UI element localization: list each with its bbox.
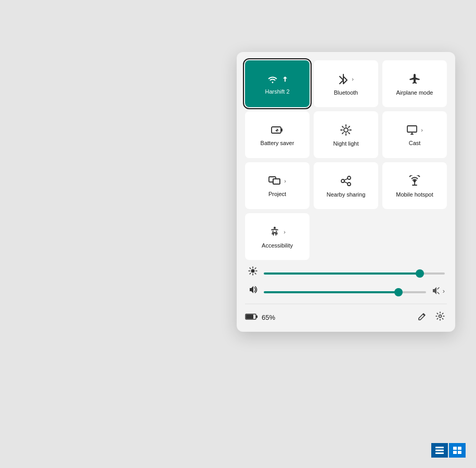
quick-panel: Harshift 2 › Bluetooth Airplane mode [237, 52, 455, 332]
battery-icon [245, 313, 259, 323]
project-chevron: › [284, 178, 286, 184]
svg-line-9 [342, 133, 343, 134]
accessibility-tile-label: Accessibility [262, 242, 293, 249]
svg-rect-1 [281, 128, 282, 132]
accessibility-tile-icon: › [269, 226, 286, 238]
svg-rect-40 [435, 450, 444, 451]
brightness-row [247, 266, 445, 278]
svg-rect-42 [453, 447, 457, 450]
svg-line-32 [255, 268, 256, 269]
svg-line-33 [438, 292, 439, 294]
wifi-tile[interactable]: Harshift 2 [245, 60, 310, 107]
svg-point-15 [348, 176, 351, 179]
volume-slider-container [264, 286, 426, 295]
brightness-slider[interactable] [264, 272, 445, 275]
svg-point-24 [251, 269, 255, 273]
svg-line-29 [250, 268, 251, 269]
svg-point-38 [439, 315, 442, 318]
svg-rect-43 [458, 447, 461, 450]
svg-rect-11 [407, 126, 417, 132]
volume-chevron-right[interactable]: › [443, 287, 445, 295]
edit-button[interactable] [416, 309, 429, 326]
svg-rect-37 [256, 315, 258, 318]
svg-line-34 [438, 288, 439, 289]
nearby-sharing-tile-icon [340, 175, 352, 187]
mobile-hotspot-tile-icon [408, 175, 421, 187]
svg-rect-39 [435, 447, 444, 448]
svg-point-16 [341, 179, 344, 183]
battery-saver-tile-label: Battery saver [261, 139, 294, 147]
mobile-hotspot-tile-label: Mobile hotspot [396, 191, 433, 198]
battery-percent: 65% [262, 314, 275, 321]
svg-rect-13 [273, 179, 280, 184]
sliders-section: › [245, 266, 447, 296]
night-light-tile[interactable]: Night light [314, 111, 378, 158]
svg-line-10 [349, 126, 350, 127]
bluetooth-tile[interactable]: › Bluetooth [314, 60, 378, 107]
tiles-grid: Harshift 2 › Bluetooth Airplane mode [245, 60, 447, 209]
volume-extra: › [431, 286, 445, 295]
svg-line-18 [344, 178, 348, 180]
svg-rect-41 [435, 452, 444, 454]
mobile-hotspot-tile[interactable]: Mobile hotspot [382, 162, 447, 209]
grid-view-button[interactable] [449, 443, 466, 458]
list-view-button[interactable] [431, 443, 448, 458]
bluetooth-chevron: › [352, 76, 354, 82]
svg-point-2 [344, 128, 348, 132]
svg-point-17 [348, 183, 351, 186]
nearby-sharing-tile-label: Nearby sharing [327, 191, 366, 198]
airplane-tile-label: Airplane mode [396, 89, 433, 96]
svg-rect-44 [453, 451, 457, 454]
airplane-tile-icon [409, 73, 420, 85]
svg-line-30 [255, 273, 256, 274]
footer-actions [416, 309, 447, 326]
project-tile-icon: › [268, 176, 286, 186]
nearby-sharing-tile[interactable]: Nearby sharing [314, 162, 378, 209]
cast-tile[interactable]: › Cast [382, 111, 447, 158]
battery-info: 65% [245, 313, 275, 323]
svg-line-31 [250, 273, 251, 274]
accessibility-chevron: › [284, 229, 286, 235]
bluetooth-tile-icon: › [338, 73, 354, 85]
svg-rect-45 [458, 451, 461, 454]
night-light-tile-label: Night light [333, 140, 359, 147]
desktop-view-buttons [431, 443, 466, 458]
project-tile-label: Project [268, 190, 286, 198]
airplane-tile[interactable]: Airplane mode [382, 60, 447, 107]
wifi-tile-label: Harshift 2 [265, 88, 289, 95]
battery-saver-tile-icon [271, 125, 284, 135]
cast-chevron: › [421, 127, 423, 133]
wifi-tile-icon [267, 74, 288, 84]
svg-line-7 [342, 126, 343, 127]
svg-line-19 [344, 181, 348, 183]
panel-footer: 65% [245, 304, 447, 326]
settings-button[interactable] [433, 309, 447, 326]
bluetooth-tile-label: Bluetooth [334, 89, 358, 96]
night-light-tile-icon [340, 124, 352, 136]
accessibility-row: › Accessibility [245, 213, 447, 260]
battery-saver-tile[interactable]: Battery saver [245, 111, 310, 158]
accessibility-tile[interactable]: › Accessibility [245, 213, 310, 260]
svg-rect-36 [246, 315, 253, 319]
project-tile[interactable]: › Project [245, 162, 310, 209]
cast-tile-label: Cast [409, 139, 421, 147]
brightness-icon [247, 266, 259, 278]
svg-point-23 [274, 227, 276, 229]
cast-tile-icon: › [406, 125, 423, 135]
volume-slider[interactable] [264, 291, 426, 293]
volume-row: › [247, 285, 445, 296]
volume-icon [247, 285, 259, 296]
svg-line-8 [349, 133, 350, 134]
brightness-slider-container [264, 267, 445, 277]
